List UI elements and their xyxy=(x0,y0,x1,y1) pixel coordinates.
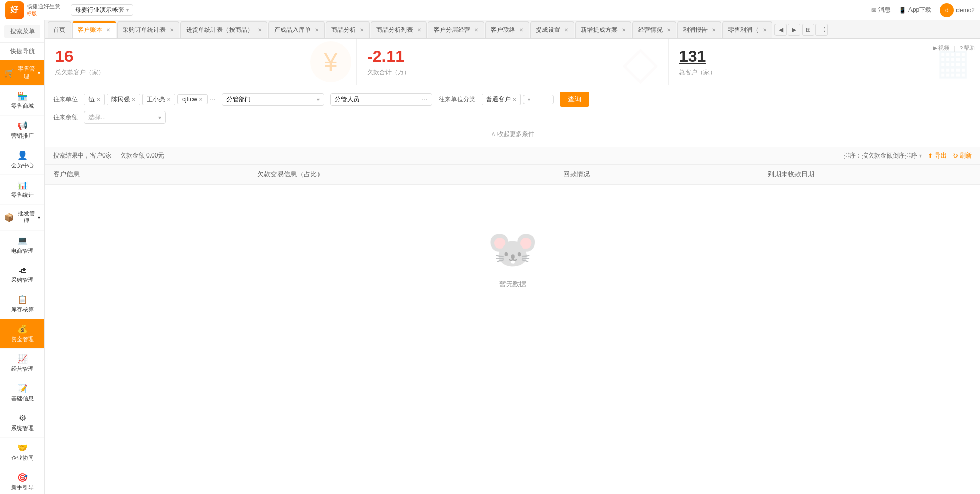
wholesale-arrow-icon: ▾ xyxy=(38,215,40,220)
sidebar-item-retail-stats[interactable]: 📊 零售统计 xyxy=(0,175,44,205)
help-label: 帮助 xyxy=(964,44,975,52)
message-button[interactable]: ✉ 消息 xyxy=(871,6,891,14)
tab-nav-expand[interactable]: ⊞ xyxy=(802,24,814,36)
query-button[interactable]: 查询 xyxy=(560,92,589,107)
tab-purchase-stats[interactable]: 进货单统计表（按商品） ✕ xyxy=(180,21,267,38)
tab-business-status-label: 经营情况 xyxy=(638,26,663,34)
refresh-button[interactable]: ↻ 刷新 xyxy=(953,151,972,160)
account-selector[interactable]: 母婴行业演示帐套 ▾ xyxy=(71,4,133,16)
tab-business-status[interactable]: 经营情况 ✕ xyxy=(632,21,676,38)
sort-selector[interactable]: 排序：按欠款金额倒序排序 ▾ xyxy=(844,151,922,160)
tab-purchase-orders[interactable]: 采购订单统计表 ✕ xyxy=(117,21,179,38)
sidebar: 搜索菜单 快捷导航 🛒 零售管理 ▾ 🏪 零售商城 📢 营销推广 👤 会员中心 xyxy=(0,20,45,494)
tab-new-promo-close[interactable]: ✕ xyxy=(622,27,626,33)
ecommerce-icon: 💻 xyxy=(17,236,28,245)
tab-nav-next[interactable]: ▶ xyxy=(788,24,800,36)
retail-icon: 🛒 xyxy=(4,68,14,78)
tab-goods-list-close[interactable]: ✕ xyxy=(417,27,421,33)
tab-customer-segment[interactable]: 客户分层经营 ✕ xyxy=(428,21,484,38)
retail-mall-icon: 🏪 xyxy=(17,91,28,101)
balance-select[interactable]: 选择... ▾ xyxy=(84,111,166,124)
sidebar-item-marketing[interactable]: 📢 营销推广 xyxy=(0,116,44,145)
tab-retail-profit[interactable]: 零售利润（ ✕ xyxy=(722,21,772,38)
sidebar-item-inventory[interactable]: 📋 库存核算 xyxy=(0,289,44,319)
unit-tag-wang-close[interactable]: ✕ xyxy=(167,97,171,102)
filter-area: 往来单位 伍 ✕ 陈民强 ✕ 王小亮 xyxy=(45,85,980,147)
tab-customers[interactable]: 客户账本 ✕ xyxy=(72,21,116,38)
dept-select[interactable]: 分管部门 ▾ xyxy=(222,93,324,106)
arrow-icon: ▾ xyxy=(38,70,40,76)
sidebar-item-member[interactable]: 👤 会员中心 xyxy=(0,145,44,175)
app-download-button[interactable]: 📱 App下载 xyxy=(899,6,931,14)
question-icon: ? xyxy=(960,45,963,51)
sidebar-item-finance[interactable]: 💰 资金管理 xyxy=(0,319,44,349)
sidebar-fast-nav[interactable]: 快捷导航 xyxy=(0,43,44,60)
collapse-button[interactable]: ∧ 收起更多条件 xyxy=(53,130,972,139)
tab-goods-analysis-list[interactable]: 商品分析列表 ✕ xyxy=(371,21,427,38)
unit-type-select[interactable]: ▾ xyxy=(523,95,554,104)
sidebar-search-area: 搜索菜单 xyxy=(0,20,44,43)
help-btn[interactable]: ? 帮助 xyxy=(960,44,975,52)
sidebar-item-basic[interactable]: 📝 基础信息 xyxy=(0,378,44,408)
video-label: 视频 xyxy=(938,44,949,52)
tab-nav-prev[interactable]: ◀ xyxy=(774,24,787,36)
logo-icon: 好 xyxy=(5,1,24,19)
sidebar-item-wholesale[interactable]: 📦 批发管理 ▾ xyxy=(0,205,44,231)
sidebar-item-enterprise[interactable]: 🤝 企业协同 xyxy=(0,438,44,467)
tab-nav-fullscreen[interactable]: ⛶ xyxy=(815,24,828,36)
unit-filter-label: 往来单位 xyxy=(53,95,78,104)
export-button[interactable]: ⬆ 导出 xyxy=(928,151,947,160)
results-bar: 搜索结果中，客户0家 欠款金额 0.00元 排序：按欠款金额倒序排序 ▾ ⬆ 导… xyxy=(45,147,980,165)
col-header-repayment: 回款情况 xyxy=(563,170,767,179)
tab-customers-close[interactable]: ✕ xyxy=(106,27,110,33)
person-more-icon[interactable]: ··· xyxy=(422,95,428,103)
inventory-icon: 📋 xyxy=(17,295,28,304)
tab-customers-label: 客户账本 xyxy=(78,26,102,34)
tab-produce-close[interactable]: ✕ xyxy=(315,27,319,33)
search-menu-button[interactable]: 搜索菜单 xyxy=(4,25,40,38)
tab-goods-analysis-close[interactable]: ✕ xyxy=(360,27,364,33)
sidebar-label-retail-mall: 零售商城 xyxy=(11,102,34,110)
sidebar-item-ecommerce[interactable]: 💻 电商管理 xyxy=(0,231,44,260)
tab-bar: 首页 客户账本 ✕ 采购订单统计表 ✕ 进货单统计表（按商品） ✕ 产成品入库单… xyxy=(45,20,980,39)
tab-produce-inbound[interactable]: 产成品入库单 ✕ xyxy=(268,21,325,38)
unit-more-button[interactable]: ··· xyxy=(210,95,216,103)
tab-purchase-orders-close[interactable]: ✕ xyxy=(170,27,174,33)
user-area[interactable]: d demo2 xyxy=(940,3,975,17)
tab-promo-close[interactable]: ✕ xyxy=(564,27,568,33)
enterprise-icon: 🤝 xyxy=(17,443,28,453)
sidebar-item-system[interactable]: ⚙ 系统管理 xyxy=(0,408,44,438)
sidebar-item-retail[interactable]: 🛒 零售管理 ▾ xyxy=(0,60,44,86)
tab-home[interactable]: 首页 xyxy=(48,21,71,38)
unit-tag-cjttcw-close[interactable]: ✕ xyxy=(199,97,203,102)
basic-icon: 📝 xyxy=(17,384,28,393)
table-header: 客户信息 欠款交易信息（占比） 回款情况 到期未收款日期 xyxy=(45,165,980,185)
unit-tag-chen-close[interactable]: ✕ xyxy=(131,97,135,102)
sidebar-item-newbie[interactable]: 🎯 新手引导 xyxy=(0,467,44,494)
unit-type-close[interactable]: ✕ xyxy=(512,97,516,102)
tab-new-promotion[interactable]: 新增提成方案 ✕ xyxy=(575,21,631,38)
export-icon: ⬆ xyxy=(928,152,933,160)
tab-profit-close[interactable]: ✕ xyxy=(712,27,716,33)
sidebar-item-retail-mall[interactable]: 🏪 零售商城 xyxy=(0,86,44,116)
tab-customer-contact[interactable]: 客户联络 ✕ xyxy=(485,21,529,38)
app-container: 好 畅捷通好生意 标版 母婴行业演示帐套 ▾ ✉ 消息 📱 App下载 d de… xyxy=(0,0,980,494)
tab-goods-analysis[interactable]: 商品分析 ✕ xyxy=(326,21,370,38)
unit-tag-wu-close[interactable]: ✕ xyxy=(96,97,100,102)
tab-purchase-stats-close[interactable]: ✕ xyxy=(258,27,262,33)
video-btn[interactable]: ▶ 视频 xyxy=(933,44,949,52)
sidebar-label-member: 会员中心 xyxy=(11,162,34,169)
tab-contact-close[interactable]: ✕ xyxy=(519,27,523,33)
sidebar-item-purchase[interactable]: 🛍 采购管理 xyxy=(0,260,44,289)
tab-retail-profit-close[interactable]: ✕ xyxy=(763,27,767,33)
tab-goods-analysis-list-label: 商品分析列表 xyxy=(376,26,413,34)
sidebar-item-operation[interactable]: 📈 经营管理 xyxy=(0,349,44,378)
collapse-row: ∧ 收起更多条件 xyxy=(53,128,972,141)
sidebar-label-newbie: 新手引导 xyxy=(11,484,34,491)
person-select[interactable]: 分管人员 ··· xyxy=(330,93,432,106)
tab-produce-inbound-label: 产成品入库单 xyxy=(274,26,311,34)
tab-promotion-settings[interactable]: 提成设置 ✕ xyxy=(530,21,574,38)
tab-segment-close[interactable]: ✕ xyxy=(474,27,478,33)
tab-profit-report[interactable]: 利润报告 ✕ xyxy=(677,21,721,38)
tab-biz-close[interactable]: ✕ xyxy=(667,27,671,33)
